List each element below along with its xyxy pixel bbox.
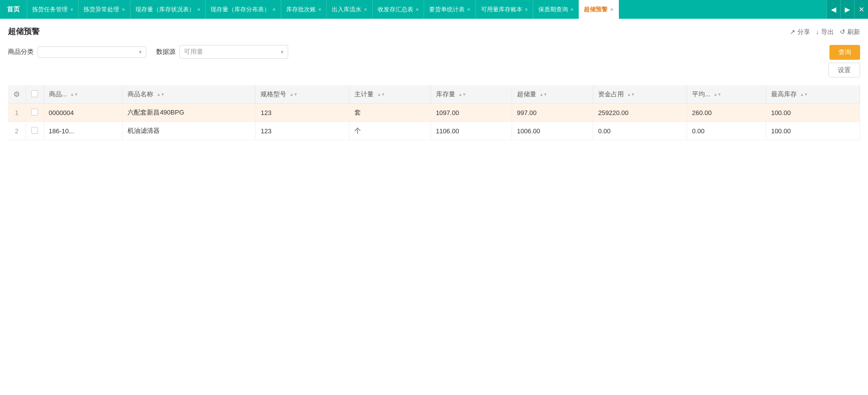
sort-product-name[interactable]: ▲▼ [157,93,165,97]
row-overflow-0: 997.00 [512,104,593,122]
refresh-button[interactable]: ↺ 刷新 [840,28,860,37]
select-all-checkbox[interactable] [31,90,38,97]
row-num-0: 1 [8,104,26,122]
query-button[interactable]: 查询 [829,45,860,60]
row-checkbox-1[interactable] [26,122,43,140]
nav-tab-close-0[interactable]: × [70,6,73,12]
main-content: 超储预警 ↗ 分享 ↓ 导出 ↺ 刷新 商品分类 ▾ [0,19,868,395]
nav-prev-btn[interactable]: ◀ [826,0,840,19]
col-capital-label: 资金占用 [598,90,624,98]
row-unit-0: 套 [349,104,431,122]
row-max-stock-1: 100.00 [766,122,860,140]
nav-tab-close-7[interactable]: × [467,6,470,12]
nav-tab-close-3[interactable]: × [272,6,275,12]
nav-tab-close-10[interactable]: × [610,6,613,12]
col-settings[interactable]: ⚙ [8,85,26,104]
nav-tab-10[interactable]: 超储预警 × [579,0,618,19]
settings-button[interactable]: 设置 [828,63,860,78]
nav-tab-9[interactable]: 保质期查询 × [533,0,579,19]
nav-arrows: ◀ ▶ ✕ [826,0,868,19]
nav-tab-close-2[interactable]: × [197,6,200,12]
sort-capital[interactable]: ▲▼ [627,93,635,97]
nav-home[interactable]: 首页 [0,0,27,19]
row-stock-1: 1106.00 [431,122,512,140]
col-product-name[interactable]: 商品名称 ▲▼ [123,85,256,104]
nav-tab-close-5[interactable]: × [364,6,367,12]
row-capital-1: 0.00 [593,122,687,140]
sort-product-code[interactable]: ▲▼ [70,93,78,97]
refresh-icon: ↺ [840,28,845,36]
export-button[interactable]: ↓ 导出 [816,28,834,37]
row-unit-1: 个 [349,122,431,140]
col-overflow[interactable]: 超储量 ▲▼ [512,85,593,104]
nav-tab-2[interactable]: 现存量（库存状况表） × [130,0,206,19]
table-header-row: ⚙ 商品... ▲▼ 商品名称 ▲▼ 规格型号 ▲▼ 主计 [8,85,860,104]
col-capital[interactable]: 资金占用 ▲▼ [593,85,687,104]
sort-overflow[interactable]: ▲▼ [539,93,547,97]
row-num-1: 2 [8,122,26,140]
nav-tab-7[interactable]: 要货单统计表 × [424,0,476,19]
row-avg-1: 0.00 [687,122,766,140]
row-product-code-1: 186-10... [43,122,123,140]
col-overflow-label: 超储量 [517,90,536,98]
filter-actions: 查询 设置 [828,45,860,78]
col-unit-label: 主计量 [354,90,374,98]
nav-tab-4[interactable]: 库存批次账 × [281,0,327,19]
row-capital-0: 259220.00 [593,104,687,122]
datasource-dropdown-icon: ▾ [281,49,284,55]
export-icon: ↓ [816,28,820,36]
table-row: 1 0000004 六配套新昌490BPG 123 套 1097.00 997.… [8,104,860,122]
export-label: 导出 [821,28,834,37]
row-spec-0: 123 [256,104,349,122]
nav-tab-close-8[interactable]: × [525,6,528,12]
row-overflow-1: 1006.00 [512,122,593,140]
sort-avg[interactable]: ▲▼ [714,93,722,97]
data-table: ⚙ 商品... ▲▼ 商品名称 ▲▼ 规格型号 ▲▼ 主计 [8,85,860,140]
nav-tab-6[interactable]: 收发存汇总表 × [373,0,424,19]
row-avg-0: 260.00 [687,104,766,122]
datasource-select[interactable]: 可用量 ▾ [179,45,288,59]
nav-next-btn[interactable]: ▶ [840,0,854,19]
sort-max-stock[interactable]: ▲▼ [800,93,808,97]
filter-fields: 商品分类 ▾ 数据源 可用量 ▾ [8,45,819,59]
page-header: 超储预警 ↗ 分享 ↓ 导出 ↺ 刷新 [8,27,860,37]
row-checkbox-0[interactable] [26,104,43,122]
col-unit[interactable]: 主计量 ▲▼ [349,85,431,104]
col-avg[interactable]: 平均... ▲▼ [687,85,766,104]
nav-tab-close-1[interactable]: × [122,6,125,12]
category-label: 商品分类 [8,47,34,56]
header-actions: ↗ 分享 ↓ 导出 ↺ 刷新 [790,28,861,37]
gear-icon[interactable]: ⚙ [13,90,20,98]
col-product-code-label: 商品... [49,90,67,98]
nav-tab-0[interactable]: 拣货任务管理 × [27,0,79,19]
col-spec[interactable]: 规格型号 ▲▼ [256,85,349,104]
sort-spec[interactable]: ▲▼ [290,93,298,97]
row-product-name-1: 机油滤清器 [123,122,256,140]
sort-unit[interactable]: ▲▼ [377,93,385,97]
datasource-select-value: 可用量 [184,47,203,56]
col-product-code[interactable]: 商品... ▲▼ [43,85,123,104]
col-avg-label: 平均... [692,90,710,98]
nav-tab-close-9[interactable]: × [570,6,573,12]
sort-stock[interactable]: ▲▼ [458,93,466,97]
col-max-stock[interactable]: 最高库存 ▲▼ [766,85,860,104]
nav-close-btn[interactable]: ✕ [854,0,868,19]
row-max-stock-0: 100.00 [766,104,860,122]
nav-tab-1[interactable]: 拣货异常处理 × [79,0,130,19]
col-max-stock-label: 最高库存 [771,90,797,98]
row-spec-1: 123 [256,122,349,140]
category-select[interactable]: ▾ [38,46,146,58]
col-stock[interactable]: 库存量 ▲▼ [431,85,512,104]
share-button[interactable]: ↗ 分享 [790,28,810,37]
nav-tab-8[interactable]: 可用量库存账本 × [476,0,533,19]
nav-tab-3[interactable]: 现存量（库存分布表） × [206,0,281,19]
category-dropdown-icon: ▾ [139,49,142,55]
row-product-name-0: 六配套新昌490BPG [123,104,256,122]
col-stock-label: 库存量 [436,90,455,98]
row-product-code-0: 0000004 [43,104,123,122]
nav-tab-close-6[interactable]: × [416,6,419,12]
nav-tab-5[interactable]: 出入库流水 × [327,0,372,19]
row-stock-0: 1097.00 [431,104,512,122]
col-product-name-label: 商品名称 [128,90,153,98]
nav-tab-close-4[interactable]: × [318,6,321,12]
